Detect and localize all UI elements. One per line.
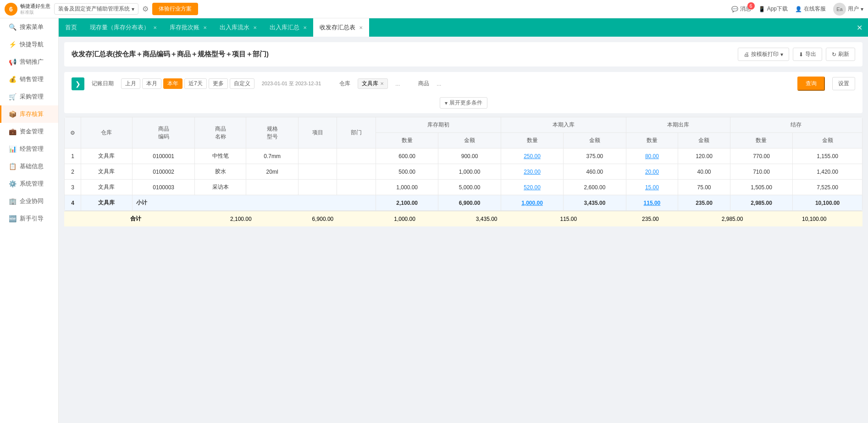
- sidebar-item-finance[interactable]: 💼 资金管理: [0, 123, 58, 140]
- table-row: 1 文具库 0100001 中性笔 0.7mm 600.00 900.00 25…: [65, 148, 862, 164]
- top-bar-left: 6 畅捷通好生意 标准版 装备及固定资产辅助管理系统 ▾ ⚙ 体验行业方案: [5, 3, 198, 16]
- system-selector[interactable]: 装备及固定资产辅助管理系统 ▾: [54, 3, 138, 15]
- col-opening-amt: 金额: [438, 133, 501, 148]
- export-button[interactable]: ⬇ 导出: [793, 48, 822, 61]
- date-custom[interactable]: 自定义: [230, 78, 254, 89]
- logo-text: 畅捷通好生意 标准版: [20, 3, 50, 15]
- expand-conditions-button[interactable]: ▾ 展开更多条件: [440, 97, 487, 109]
- message-icon: 💬: [731, 6, 738, 12]
- operation-icon: 📊: [9, 145, 16, 153]
- tab-home[interactable]: 首页: [59, 18, 83, 37]
- tab-flow[interactable]: 出入库流水 ✕: [213, 18, 263, 37]
- tab-close-icon[interactable]: ✕: [253, 25, 257, 30]
- col-opening-header: 库存期初: [376, 117, 501, 133]
- tab-bar: 首页 现存量（库存分布表） ✕ 库存批次账 ✕ 出入库流水 ✕ 出入库汇总 ✕: [59, 18, 868, 37]
- date-last-month[interactable]: 上月: [121, 78, 140, 89]
- tab-close-icon[interactable]: ✕: [359, 25, 363, 30]
- total-opening-amt: 6,900.00: [282, 216, 364, 222]
- export-icon: ⬇: [799, 51, 803, 58]
- date-label: 记账日期: [92, 80, 114, 88]
- page-header-actions: 🖨 按模板打印 ▾ ⬇ 导出 ↻ 刷新: [738, 48, 855, 61]
- col-balance-header: 结存: [730, 117, 862, 133]
- table-row: 2 文具库 0100002 胶水 20ml 500.00 1,000.00 23…: [65, 164, 862, 180]
- col-in-amt: 金额: [564, 133, 626, 148]
- print-button[interactable]: 🖨 按模板打印 ▾: [738, 48, 789, 61]
- warehouse-more[interactable]: ...: [395, 81, 400, 87]
- refresh-icon: ↻: [832, 51, 836, 58]
- table-row: 3 文具库 0100003 采访本 1,000.00 5,000.00 520.…: [65, 180, 862, 195]
- col-out-qty: 数量: [626, 133, 678, 148]
- trial-button[interactable]: 体验行业方案: [152, 3, 198, 15]
- sidebar-item-purchase[interactable]: 🛒 采购管理: [0, 88, 58, 105]
- top-bar-right: 💬 消息 6 📱 App下载 👤 在线客服 Ea 用户 ▾: [731, 3, 863, 16]
- tab-receipt-summary[interactable]: 收发存汇总表 ✕: [313, 18, 369, 37]
- col-spec-header: 规格型号: [246, 117, 299, 148]
- refresh-button[interactable]: ↻ 刷新: [826, 48, 855, 61]
- warehouse-tag-close[interactable]: ✕: [380, 81, 384, 86]
- filter-collapse-button[interactable]: ❯: [72, 77, 84, 90]
- date-7days[interactable]: 近7天: [184, 78, 207, 89]
- tab-stock-distribution[interactable]: 现存量（库存分布表） ✕: [83, 18, 163, 37]
- basic-icon: 📋: [9, 163, 16, 170]
- sidebar-item-guide[interactable]: 🆕 新手引导: [0, 210, 58, 227]
- total-out-qty: 115.00: [528, 216, 610, 222]
- total-bar: 合计 2,100.00 6,900.00 1,000.00 3,435.00 1…: [64, 211, 862, 226]
- expand-icon: ▾: [445, 100, 448, 106]
- tab-close-icon[interactable]: ✕: [203, 25, 207, 30]
- col-opening-qty: 数量: [376, 133, 438, 148]
- chevron-down-icon: ▾: [132, 6, 134, 12]
- sidebar-item-operation[interactable]: 📊 经营管理: [0, 140, 58, 158]
- date-this-month[interactable]: 本月: [142, 78, 161, 89]
- warehouse-label: 仓库: [339, 80, 350, 88]
- query-button[interactable]: 查询: [797, 77, 825, 91]
- tab-bar-close-button[interactable]: ✕: [851, 23, 868, 32]
- top-bar: 6 畅捷通好生意 标准版 装备及固定资产辅助管理系统 ▾ ⚙ 体验行业方案 💬 …: [0, 0, 868, 18]
- date-this-year[interactable]: 本年: [163, 78, 182, 89]
- print-icon: 🖨: [744, 51, 749, 58]
- page-header: 收发存汇总表(按仓库＋商品编码＋商品＋规格型号＋项目＋部门) 🖨 按模板打印 ▾…: [64, 42, 862, 66]
- online-service-item[interactable]: 👤 在线客服: [795, 5, 826, 13]
- goods-label: 商品: [418, 80, 429, 88]
- page-content: 收发存汇总表(按仓库＋商品编码＋商品＋规格型号＋项目＋部门) 🖨 按模板打印 ▾…: [59, 37, 868, 423]
- page-title: 收发存汇总表(按仓库＋商品编码＋商品＋规格型号＋项目＋部门): [72, 50, 269, 59]
- message-item[interactable]: 💬 消息 6: [731, 5, 751, 13]
- date-more[interactable]: 更多: [209, 78, 228, 89]
- filter-main-row: ❯ 记账日期 上月 本月 本年 近7天 更多 自定义 2023-01-01 至 …: [72, 77, 855, 91]
- sidebar-item-company[interactable]: 🏢 企业协同: [0, 192, 58, 210]
- sidebar-item-inventory[interactable]: 📦 库存核算: [0, 105, 58, 123]
- user-item[interactable]: Ea 用户 ▾: [833, 3, 863, 16]
- data-table-container: ⚙ 仓库 商品编码 商品名称 规格型号 项目 部门 库存期初 本期入库 本期出库: [64, 117, 862, 211]
- tab-close-icon[interactable]: ✕: [153, 25, 157, 30]
- col-balance-amt: 金额: [793, 133, 862, 148]
- download-icon: 📱: [758, 6, 765, 12]
- table-subtotal-row: 4 文具库 小计 2,100.00 6,900.00 1,000.00 3,43…: [65, 195, 862, 211]
- search-icon: 🔍: [9, 23, 16, 31]
- col-dept-header: 部门: [337, 117, 376, 148]
- table-gear-header[interactable]: ⚙: [65, 117, 81, 148]
- data-table: ⚙ 仓库 商品编码 商品名称 规格型号 项目 部门 库存期初 本期入库 本期出库: [64, 117, 862, 211]
- tab-close-icon[interactable]: ✕: [303, 25, 307, 30]
- settings-button[interactable]: 设置: [832, 77, 855, 90]
- sidebar-item-search[interactable]: 🔍 搜索菜单: [0, 18, 58, 36]
- total-balance-amt: 10,100.00: [773, 216, 855, 222]
- sidebar-item-basic[interactable]: 📋 基础信息: [0, 158, 58, 175]
- tab-batch[interactable]: 库存批次账 ✕: [163, 18, 213, 37]
- warehouse-tag: 文具库 ✕: [358, 78, 388, 89]
- sidebar-item-sales[interactable]: 💰 销售管理: [0, 71, 58, 88]
- goods-more[interactable]: ...: [437, 81, 441, 87]
- total-opening-qty: 2,100.00: [200, 216, 282, 222]
- sidebar-item-marketing[interactable]: 📢 营销推广: [0, 53, 58, 71]
- tab-summary[interactable]: 出入库汇总 ✕: [263, 18, 313, 37]
- sidebar-item-system[interactable]: ⚙️ 系统管理: [0, 175, 58, 192]
- app-download-item[interactable]: 📱 App下载: [758, 5, 788, 13]
- finance-icon: 💼: [9, 128, 16, 135]
- col-out-amt: 金额: [678, 133, 730, 148]
- sidebar-item-quick[interactable]: ⚡ 快捷导航: [0, 36, 58, 53]
- col-in-header: 本期入库: [501, 117, 626, 133]
- total-in-amt: 3,435.00: [446, 216, 528, 222]
- total-label: 合计: [72, 215, 200, 223]
- logo-area: 6 畅捷通好生意 标准版: [5, 3, 50, 16]
- message-badge: 6: [747, 2, 755, 10]
- service-icon: 👤: [795, 6, 802, 12]
- gear-icon[interactable]: ⚙: [142, 5, 149, 13]
